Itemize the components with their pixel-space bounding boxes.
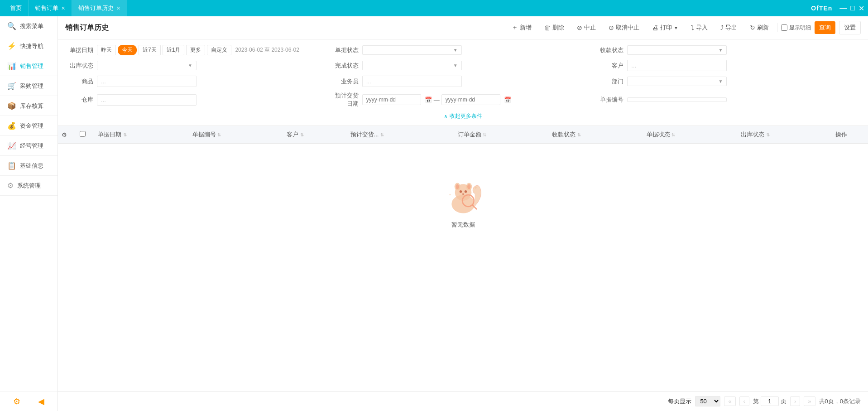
calendar-end-icon[interactable]: 📅 — [504, 97, 511, 103]
department-select[interactable]: ▼ — [627, 77, 727, 86]
last7-btn[interactable]: 近7天 — [139, 45, 161, 55]
prev-page-button[interactable]: ‹ — [739, 396, 749, 406]
tab-sales-order[interactable]: 销售订单 ✕ — [29, 0, 72, 16]
tab-home[interactable]: 首页 — [4, 0, 29, 16]
page-header: 销售订单历史 ＋ 新增 🗑 删除 ⊘ 中止 ⊙ 取消中止 — [58, 16, 868, 39]
delete-button[interactable]: 🗑 删除 — [540, 21, 569, 34]
delivery-status-filter-item: 出库状态 ▼ — [65, 61, 331, 70]
th-amount[interactable]: 订单金额 ⇅ — [454, 126, 549, 144]
payment-status-select[interactable]: ▼ — [627, 45, 727, 55]
tab-sales-order-close[interactable]: ✕ — [61, 5, 65, 11]
tab-sales-order-history-close[interactable]: ✕ — [116, 5, 120, 11]
goods-label: 商品 — [65, 77, 97, 86]
page-size-select[interactable]: 50 10 20 100 — [695, 396, 720, 406]
search-menu-icon: 🔍 — [7, 22, 16, 30]
order-status-arrow: ▼ — [453, 48, 458, 53]
import-button[interactable]: ⤵ 导入 — [686, 21, 712, 34]
first-page-button[interactable]: « — [724, 396, 735, 406]
sidebar-collapse-icon[interactable]: ◀ — [38, 396, 44, 406]
filter-row-3: 商品 ... 业务员 ... 部门 — [65, 76, 861, 87]
payment-status-filter-item: 收款状态 ▼ — [595, 45, 861, 55]
sidebar-item-purchase-mgmt[interactable]: 🛒 采购管理 — [0, 76, 58, 96]
sort-delivery-icon: ⇅ — [380, 132, 384, 137]
order-status-select[interactable]: ▼ — [362, 45, 462, 55]
th-customer[interactable]: 客户 ⇅ — [283, 126, 346, 144]
th-settings: ⚙ — [58, 126, 76, 144]
th-delivery-status[interactable]: 出库状态 ⇅ — [737, 126, 832, 144]
customer-label: 客户 — [595, 62, 627, 70]
new-icon: ＋ — [512, 24, 518, 32]
collapse-more[interactable]: ∧ 收起更多条件 — [65, 112, 861, 120]
sidebar: 🔍 搜索菜单 ⚡ 快捷导航 📊 销售管理 🛒 采购管理 📦 库存核算 💰 资金管… — [0, 16, 58, 411]
order-number-input[interactable] — [627, 97, 727, 102]
goods-input[interactable]: ... — [97, 76, 197, 87]
sidebar-item-operations-mgmt[interactable]: 📈 经营管理 — [0, 136, 58, 156]
today-btn[interactable]: 今天 — [118, 45, 137, 55]
settings-label: 设置 — [844, 24, 856, 32]
yesterday-btn[interactable]: 昨天 — [97, 45, 116, 55]
sidebar-item-capital-mgmt[interactable]: 💰 资金管理 — [0, 116, 58, 136]
th-number[interactable]: 单据编号 ⇅ — [189, 126, 283, 144]
completion-status-select[interactable]: ▼ — [362, 61, 462, 70]
table-settings-icon[interactable]: ⚙ — [62, 131, 67, 138]
export-button[interactable]: ⤴ 导出 — [716, 21, 742, 34]
customer-input[interactable]: ... — [627, 60, 727, 71]
date-label: 单据日期 — [65, 46, 97, 54]
show-detail-checkbox[interactable] — [781, 24, 787, 31]
warehouse-control: ... — [97, 94, 331, 106]
completion-status-filter-item: 完成状态 ▼ — [331, 61, 596, 70]
delivery-status-select[interactable]: ▼ — [97, 61, 197, 70]
th-payment-status[interactable]: 收款状态 ⇅ — [548, 126, 643, 144]
custom-btn[interactable]: 自定义 — [207, 45, 231, 55]
sidebar-item-basic-info[interactable]: 📋 基础信息 — [0, 156, 58, 176]
sidebar-item-sales-mgmt[interactable]: 📊 销售管理 — [0, 56, 58, 76]
page-number-input[interactable] — [761, 396, 779, 406]
settings-button[interactable]: 设置 — [839, 21, 861, 34]
sidebar-item-system-mgmt[interactable]: ⚙ 系统管理 — [0, 176, 58, 196]
sidebar-item-inventory-check[interactable]: 📦 库存核算 — [0, 96, 58, 116]
filter-area: 单据日期 昨天 今天 近7天 近1月 更多 自定义 2023-06-02 至 2… — [58, 39, 868, 126]
salesperson-control: ... — [362, 76, 596, 87]
last-page-button[interactable]: » — [804, 396, 815, 406]
sidebar-item-search-menu[interactable]: 🔍 搜索菜单 — [0, 16, 58, 36]
new-button[interactable]: ＋ 新增 — [507, 21, 536, 34]
delivery-date-end-input[interactable] — [441, 94, 500, 105]
calendar-start-icon[interactable]: 📅 — [425, 97, 432, 103]
show-detail-text: 显示明细 — [789, 24, 811, 32]
refresh-button[interactable]: ↻ 刷新 — [745, 21, 773, 34]
more-btn[interactable]: 更多 — [186, 45, 205, 55]
th-order-status[interactable]: 单据状态 ⇅ — [643, 126, 738, 144]
th-delivery-date[interactable]: 预计交货... ⇅ — [347, 126, 454, 144]
show-detail-label[interactable]: 显示明细 — [781, 24, 811, 32]
sidebar-settings-icon[interactable]: ⚙ — [13, 396, 20, 406]
query-button[interactable]: 查询 — [815, 21, 835, 34]
sidebar-item-quick-nav[interactable]: ⚡ 快捷导航 — [0, 36, 58, 56]
warehouse-input[interactable]: ... — [97, 94, 197, 106]
print-icon: 🖨 — [652, 24, 658, 31]
close-window-button[interactable]: ✕ — [858, 4, 864, 13]
last1m-btn[interactable]: 近1月 — [163, 45, 185, 55]
date-quick-btns: 昨天 今天 近7天 近1月 更多 自定义 — [97, 45, 231, 55]
filter-row-1: 单据日期 昨天 今天 近7天 近1月 更多 自定义 2023-06-02 至 2… — [65, 45, 861, 55]
delivery-status-label: 出库状态 — [65, 62, 97, 70]
cancel-stop-button[interactable]: ⊙ 取消中止 — [604, 21, 644, 34]
minimize-button[interactable]: — — [839, 4, 847, 12]
export-label: 导出 — [725, 24, 737, 32]
collapse-label: 收起更多条件 — [450, 112, 482, 120]
tab-sales-order-history[interactable]: 销售订单历史 ✕ — [72, 0, 127, 16]
print-button[interactable]: 🖨 打印 ▼ — [647, 21, 683, 34]
stop-button[interactable]: ⊘ 中止 — [572, 21, 600, 34]
maximize-button[interactable]: □ — [850, 4, 855, 12]
next-page-button[interactable]: › — [790, 396, 800, 406]
sort-amount-icon: ⇅ — [483, 132, 486, 137]
customer-control: ... — [627, 60, 861, 71]
sidebar-bottom: ⚙ ◀ — [0, 392, 58, 411]
delete-icon: 🗑 — [544, 24, 551, 31]
delivery-date-start-input[interactable] — [362, 94, 421, 105]
select-all-checkbox[interactable] — [80, 131, 86, 137]
th-date[interactable]: 单据日期 ⇅ — [94, 126, 189, 144]
payment-status-control: ▼ — [627, 45, 861, 55]
svg-point-7 — [464, 190, 467, 193]
salesperson-input[interactable]: ... — [362, 76, 462, 87]
order-status-filter-item: 单据状态 ▼ — [331, 45, 596, 55]
